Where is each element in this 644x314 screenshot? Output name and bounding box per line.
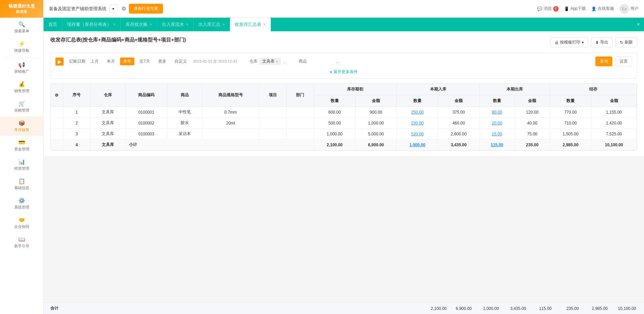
sidebar-item-system[interactable]: ⚙️ 系统管理 bbox=[0, 194, 43, 213]
tab-close-icon[interactable]: × bbox=[150, 22, 152, 27]
cell-code: 0100002 bbox=[125, 118, 167, 129]
th-opening: 库存期初 bbox=[314, 84, 397, 95]
print-btn[interactable]: 🖨 按模板打印 ▾ bbox=[550, 37, 588, 47]
sidebar-item-guide[interactable]: 📖 新手引导 bbox=[0, 233, 43, 252]
filter-toggle-btn[interactable]: ▶ bbox=[55, 57, 64, 66]
sidebar-item-purchase[interactable]: 🛒 采购管理 bbox=[0, 97, 43, 116]
cell-warehouse: 文具库 bbox=[90, 129, 125, 139]
th-out-qty: 数量 bbox=[479, 95, 515, 107]
system-title: 装备及固定资产辅助管理系统 bbox=[49, 6, 106, 12]
inventory-icon: 📦 bbox=[18, 120, 25, 126]
app-download-btn[interactable]: 📱 App下载 bbox=[564, 6, 586, 12]
cell-bal-qty: 2,985.00 bbox=[550, 139, 591, 150]
date-btn-this-month[interactable]: 本月 bbox=[104, 57, 118, 65]
data-table-wrap: ⚙ 序号 仓库 商品编码 商品 商品规格型号 项目 部门 库存期初 本期入库 本… bbox=[50, 83, 637, 151]
date-btn-7days[interactable]: 近7天 bbox=[136, 57, 153, 65]
total-bal-amt: 10,100.00 bbox=[617, 306, 637, 311]
sidebar-item-search[interactable]: 🔍 搜索菜单 bbox=[0, 18, 43, 37]
cell-bal-amt: 1,420.00 bbox=[591, 118, 637, 129]
total-out-amt: 235.00 bbox=[562, 306, 583, 311]
message-icon: 💬 bbox=[537, 6, 542, 11]
sidebar-item-quick-nav[interactable]: ⚡ 快捷导航 bbox=[0, 37, 43, 56]
cell-no: 1 bbox=[63, 107, 90, 118]
sidebar-item-finance[interactable]: 💳 资金管理 bbox=[0, 136, 43, 155]
messages-btn[interactable]: 💬 消息 6 bbox=[537, 6, 559, 12]
cell-warehouse: 文具库 bbox=[90, 139, 125, 150]
export-btn[interactable]: ⬇ 导出 bbox=[591, 37, 613, 47]
cell-out-qty[interactable]: 20.00 bbox=[479, 118, 515, 129]
sidebar-item-enterprise[interactable]: 🤝 企业协同 bbox=[0, 213, 43, 233]
warehouse-more-btn[interactable]: ... bbox=[283, 59, 286, 64]
cell-in-qty[interactable]: 250.00 bbox=[397, 107, 438, 118]
page-inner: 收发存汇总表(按仓库+商品编码+商品+规格型号+项目+部门) 🖨 按模板打印 ▾… bbox=[44, 31, 644, 156]
cell-out-qty[interactable]: 80.00 bbox=[479, 107, 515, 118]
experience-btn[interactable]: 体验行业方案 bbox=[129, 4, 163, 14]
th-open-qty: 数量 bbox=[314, 95, 356, 107]
sidebar-item-basic-info[interactable]: 📋 基础信息 bbox=[0, 175, 43, 194]
tabbar: 首页 现存量（库存分布表） × 库存批次账 × 出入库流水 × 出入库汇总 × … bbox=[44, 18, 644, 31]
cell-bal-amt: 10,100.00 bbox=[591, 139, 637, 150]
refresh-btn[interactable]: ↻ 刷新 bbox=[615, 37, 637, 47]
page-title: 收发存汇总表(按仓库+商品编码+商品+规格型号+项目+部门) bbox=[50, 37, 186, 43]
tab-flow[interactable]: 出入库流水 × bbox=[157, 18, 194, 31]
print-dropdown-icon: ▾ bbox=[582, 40, 584, 45]
cell-no: 3 bbox=[63, 129, 90, 139]
th-project: 项目 bbox=[259, 84, 286, 107]
th-out-amt: 金额 bbox=[515, 95, 550, 107]
th-warehouse: 仓库 bbox=[90, 84, 125, 107]
cell-in-qty: 1,000.00 bbox=[397, 139, 438, 150]
date-btn-this-year[interactable]: 本年 bbox=[120, 57, 134, 65]
tab-recv-send[interactable]: 收发存汇总表 × bbox=[230, 18, 271, 31]
query-btn[interactable]: 查询 bbox=[595, 56, 612, 66]
cell-open-amt: 1,000.00 bbox=[355, 118, 397, 129]
cell-open-qty: 2,100.00 bbox=[314, 139, 356, 150]
sidebar-item-marketing[interactable]: 📢 营销推广 bbox=[0, 58, 43, 78]
user-menu[interactable]: Ea 用户 bbox=[620, 4, 639, 14]
tab-home[interactable]: 首页 bbox=[44, 18, 62, 31]
warehouse-filter-label: 仓库 bbox=[249, 59, 258, 64]
cell-no: 2 bbox=[63, 118, 90, 129]
settings-btn[interactable]: 设置 bbox=[615, 56, 632, 66]
cell-open-qty: 1,000.00 bbox=[314, 129, 356, 139]
tab-close-icon[interactable]: × bbox=[222, 22, 225, 27]
tab-batch[interactable]: 库存批次账 × bbox=[121, 18, 157, 31]
tabbar-close-btn[interactable]: × bbox=[633, 21, 644, 28]
tab-inventory-dist[interactable]: 现存量（库存分布表） × bbox=[62, 18, 121, 31]
system-dropdown[interactable]: ▾ bbox=[109, 5, 117, 13]
finance-icon: 💳 bbox=[18, 139, 25, 146]
tab-summary[interactable]: 出入库汇总 × bbox=[194, 18, 230, 31]
sales-icon: 💰 bbox=[18, 81, 25, 87]
date-filter-section: 记账日期 上月 本月 本年 近7天 更多 自定义 2023-01-01 至 20… bbox=[69, 57, 237, 65]
warehouse-tag-close[interactable]: × bbox=[276, 60, 278, 64]
cell-out-qty[interactable]: 15.00 bbox=[479, 129, 515, 139]
cell-in-amt: 460.00 bbox=[438, 118, 480, 129]
cell-in-qty[interactable]: 230.00 bbox=[397, 118, 438, 129]
cell-settings bbox=[51, 129, 63, 139]
sidebar-item-sales[interactable]: 💰 销售管理 bbox=[0, 78, 43, 97]
gear-icon[interactable]: ⚙ bbox=[121, 5, 126, 12]
date-btn-last-month[interactable]: 上月 bbox=[87, 57, 102, 65]
enterprise-icon: 🤝 bbox=[18, 217, 25, 223]
sidebar-item-operations[interactable]: 📊 经营管理 bbox=[0, 155, 43, 175]
goods-filter-section: 商品 ... bbox=[299, 59, 340, 64]
sidebar-item-inventory[interactable]: 📦 库存核算 bbox=[0, 116, 43, 136]
table-row: 3 文具库 0100003 采访本 1,000.00 5,000.00 520.… bbox=[51, 129, 637, 139]
table-subtotal-row: 4 文具库 小计 2,100.00 6,900.00 1,000.00 3,43… bbox=[51, 139, 637, 150]
totals-bar: 合计 2,100.00 6,900.00 1,000.00 3,435.00 1… bbox=[44, 302, 644, 314]
online-service-btn[interactable]: 👤 在线客服 bbox=[591, 6, 614, 12]
date-btn-more[interactable]: 更多 bbox=[155, 57, 169, 65]
cell-bal-amt: 7,525.00 bbox=[591, 129, 637, 139]
print-icon: 🖨 bbox=[555, 40, 559, 45]
table-row: 2 文具库 0100002 胶水 20ml 500.00 1,000.00 23… bbox=[51, 118, 637, 129]
goods-more-btn[interactable]: ... bbox=[336, 59, 340, 64]
tab-close-active-icon[interactable]: × bbox=[263, 22, 266, 27]
cell-in-qty[interactable]: 520.00 bbox=[397, 129, 438, 139]
cell-open-amt: 5,000.00 bbox=[355, 129, 397, 139]
service-icon: 👤 bbox=[591, 6, 596, 11]
tab-close-icon[interactable]: × bbox=[113, 22, 116, 27]
app-logo: 畅捷通好生意 标准版 bbox=[0, 0, 43, 18]
date-range-display: 2023-01-01 至 2023-12-31 bbox=[193, 59, 237, 64]
expand-more-btn[interactable]: ▾ 展开更多条件 bbox=[55, 69, 632, 75]
date-btn-custom[interactable]: 自定义 bbox=[171, 57, 190, 65]
tab-close-icon[interactable]: × bbox=[186, 22, 188, 27]
